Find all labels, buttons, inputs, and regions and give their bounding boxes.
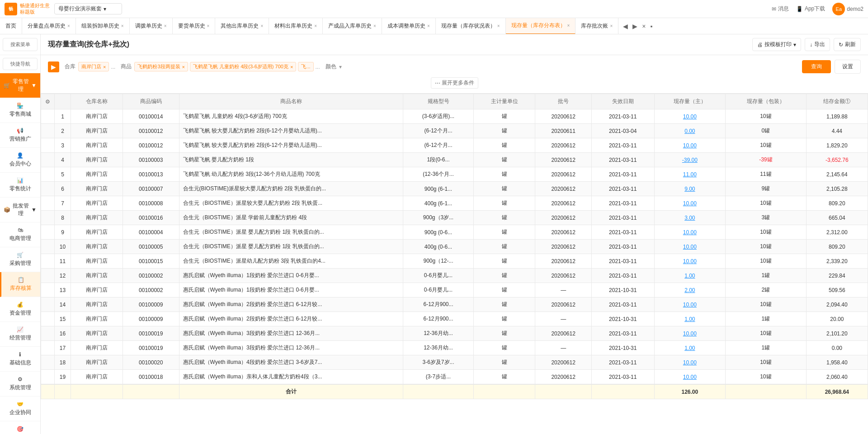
sidebar-item-inventory[interactable]: 📋 库存核算	[0, 272, 40, 297]
quick-nav-btn[interactable]: 快捷导航	[3, 58, 38, 70]
row-qty-main-cell[interactable]: 10.00	[654, 240, 725, 254]
tab-request[interactable]: 要货单历史 ×	[173, 18, 216, 34]
row-qty-main-cell[interactable]: 9.00	[654, 182, 725, 196]
sidebar-item-marketing[interactable]: 📢 营销推广	[0, 123, 40, 148]
row-expire-cell: 2021-03-11	[591, 254, 654, 269]
export-btn[interactable]: ↓ 导出	[805, 38, 830, 51]
tab-close-all-btn[interactable]: ×	[640, 22, 647, 31]
row-qty-main-cell[interactable]: -39.00	[654, 153, 725, 167]
sidebar-item-new-guide[interactable]: 🎯 新手引导	[0, 421, 40, 434]
tab-material-out[interactable]: 材料出库单历史 ×	[269, 18, 323, 34]
tab-close-icon[interactable]: ×	[67, 24, 70, 28]
row-num-cell: 8	[55, 211, 71, 225]
expand-more-btn[interactable]: ⋯ 展开更多条件	[431, 77, 478, 89]
warehouse-tag-remove-btn[interactable]: ×	[103, 64, 106, 70]
tab-home[interactable]: 首页	[0, 18, 22, 34]
warehouse-more-btn[interactable]: ...	[111, 64, 115, 70]
retail-mall-icon: 🏪	[17, 103, 24, 109]
product-more-btn[interactable]: ...	[316, 64, 320, 70]
main-layout: 搜索菜单 快捷导航 🛒 零售管理 ▼ 🏪 零售商城 📢 营销推广 👤 会员中心 …	[0, 34, 868, 434]
sidebar-item-retail-mall[interactable]: 🏪 零售商城	[0, 98, 40, 123]
sidebar-item-basic-info[interactable]: ℹ 基础信息	[0, 347, 40, 372]
message-btn[interactable]: ✉ 消息	[772, 5, 789, 13]
tab-close-icon[interactable]: ×	[373, 24, 376, 28]
filter-expand-arrow-btn[interactable]: ▶	[48, 61, 59, 72]
row-spec-cell: 6-12月900...	[403, 297, 473, 312]
filter-area: ▶ 合库 南岸门店 × ... 商品	[41, 55, 868, 94]
row-unit-cell: 罐	[474, 167, 535, 182]
tab-close-icon[interactable]: ×	[121, 24, 124, 28]
tab-batch-ledger[interactable]: 库存批次账 ×	[576, 18, 618, 34]
search-menu-btn[interactable]: 搜索菜单	[3, 38, 38, 51]
tab-close-icon[interactable]: ×	[260, 24, 263, 28]
row-spec-cell: 3-6岁及7岁...	[403, 355, 473, 370]
row-num-cell: 19	[55, 370, 71, 385]
sidebar-item-operations[interactable]: 📈 经营管理	[0, 322, 40, 347]
tab-close-icon[interactable]: ×	[610, 24, 613, 28]
tab-product-in[interactable]: 产成品入库单历史 ×	[323, 18, 382, 34]
industry-selector[interactable]: 母婴行业演示账套 ▾	[54, 3, 122, 14]
tab-close-icon[interactable]: ×	[567, 23, 570, 28]
row-qty-main-cell[interactable]: 1.00	[654, 269, 725, 283]
product-tag-0-remove-btn[interactable]: ×	[182, 64, 185, 70]
user-menu[interactable]: Ea demo2	[832, 3, 863, 15]
tab-split-count[interactable]: 分量盘点单历史 ×	[22, 18, 76, 34]
row-qty-main-cell[interactable]: 10.00	[654, 297, 725, 312]
product-tag-1-remove-btn[interactable]: ×	[290, 64, 293, 70]
sidebar-item-retail-mgmt[interactable]: 🛒 零售管理 ▼	[0, 73, 40, 98]
row-product-name-cell: 惠氏启赋（Wyeth illuma）3段奶粉 爱尔兰进口 12-36月...	[179, 341, 403, 355]
sidebar-item-member[interactable]: 👤 会员中心	[0, 148, 40, 173]
tab-close-icon[interactable]: ×	[164, 24, 167, 28]
tab-menu-btn[interactable]: ▪	[648, 22, 654, 31]
tab-mix[interactable]: 调拨单历史 ×	[130, 18, 173, 34]
tab-close-icon[interactable]: ×	[497, 24, 500, 28]
row-qty-main-cell[interactable]: 10.00	[654, 355, 725, 370]
refresh-btn[interactable]: ↻ 刷新	[834, 38, 861, 51]
tab-close-icon[interactable]: ×	[314, 24, 317, 28]
tab-prev-btn[interactable]: ◀	[621, 22, 630, 31]
print-btn[interactable]: 🖨 按模板打印 ▾	[752, 38, 801, 51]
row-qty-main-cell[interactable]: 0.00	[654, 124, 725, 138]
row-qty-main-cell[interactable]: 1.00	[654, 341, 725, 355]
row-qty-main-cell[interactable]: 10.00	[654, 326, 725, 341]
sidebar-item-sys-mgmt[interactable]: ⚙ 系统管理	[0, 372, 40, 396]
app-download-btn[interactable]: 📱 App下载	[796, 5, 825, 13]
tab-inventory-status[interactable]: 现存量（库存状况表） ×	[436, 18, 506, 34]
tab-inventory-dist[interactable]: 现存量（库存分布表） ×	[506, 18, 576, 34]
row-qty-main-cell[interactable]: 10.00	[654, 109, 725, 124]
tab-next-btn[interactable]: ▶	[631, 22, 639, 31]
tab-close-icon[interactable]: ×	[207, 24, 210, 28]
row-qty-main-cell[interactable]: 10.00	[654, 196, 725, 211]
row-qty-main-cell[interactable]: 11.00	[654, 167, 725, 182]
tab-other-out[interactable]: 其他出库单历史 ×	[215, 18, 269, 34]
row-expire-cell: 2021-03-11	[591, 240, 654, 254]
row-balance-cell: 2,060.40	[806, 370, 868, 385]
row-qty-main-cell[interactable]: 1.00	[654, 312, 725, 326]
row-qty-main-cell[interactable]: 10.00	[654, 138, 725, 153]
setting-btn[interactable]: 设置	[835, 60, 861, 74]
product-filter: 商品 飞鹤奶粉3段两提装 × 飞鹤星飞帆 儿童奶粉 4段(3-6岁适用) 700…	[121, 62, 320, 71]
tab-cost-adjust[interactable]: 成本调整单历史 ×	[382, 18, 436, 34]
row-qty-pkg-cell: 2罐	[726, 283, 807, 297]
sidebar-item-enterprise[interactable]: 🤝 企业协同	[0, 396, 40, 421]
col-setting-header[interactable]: ⚙	[41, 94, 55, 109]
sidebar-item-finance[interactable]: 💰 资金管理	[0, 297, 40, 322]
tab-close-icon[interactable]: ×	[427, 24, 430, 28]
tab-disassemble[interactable]: 组装拆卸单历史 ×	[76, 18, 130, 34]
query-btn[interactable]: 查询	[802, 60, 831, 73]
row-qty-main-cell[interactable]: 3.00	[654, 211, 725, 225]
row-setting-cell	[41, 254, 55, 269]
sidebar-item-retail-stats[interactable]: 📊 零售统计	[0, 173, 40, 198]
row-qty-pkg-cell: -39罐	[726, 153, 807, 167]
row-num-cell: 4	[55, 153, 71, 167]
sidebar-item-ecommerce[interactable]: 🛍 电商管理	[0, 222, 40, 247]
row-qty-main-cell[interactable]: 10.00	[654, 225, 725, 240]
purchase-icon: 🛒	[17, 252, 24, 258]
row-qty-main-cell[interactable]: 10.00	[654, 370, 725, 385]
row-qty-main-cell[interactable]: 10.00	[654, 254, 725, 269]
finance-icon: 💰	[17, 302, 24, 308]
sidebar-item-wholesale[interactable]: 📦 批发管理 ▼	[0, 198, 40, 222]
sidebar-item-purchase[interactable]: 🛒 采购管理	[0, 247, 40, 272]
row-qty-main-cell[interactable]: 2.00	[654, 283, 725, 297]
table-footer-row: 合计 126.00 26,968.64	[41, 384, 868, 399]
